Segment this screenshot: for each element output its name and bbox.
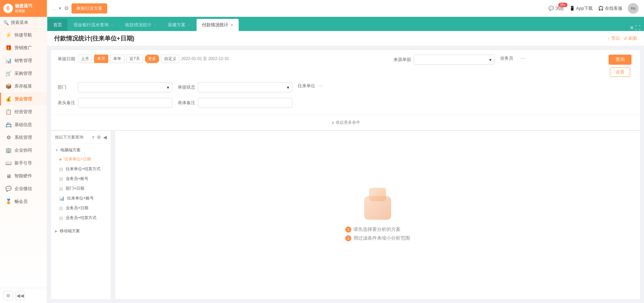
scheme-header-actions: + ⚙ ◀	[92, 134, 107, 140]
messages-button[interactable]: 💬 消息 99+	[549, 5, 564, 11]
date-btn-this-year[interactable]: 本年	[110, 55, 124, 63]
pc-group-arrow: ▼	[55, 148, 58, 152]
source-select[interactable]: ▾	[414, 55, 495, 65]
page-title: 付款情况统计(往来单位+日期)	[54, 34, 135, 42]
date-btn-7days[interactable]: 近7天	[126, 55, 143, 63]
tab-bank[interactable]: 现金银行流水查询 ✕	[68, 19, 119, 31]
scheme-item-partner-date[interactable]: ● 往来单位+日期	[51, 154, 111, 164]
settings-button[interactable]: ⚙	[3, 291, 13, 300]
scheme-item-dept-date[interactable]: ▤ 部门+日期	[51, 184, 111, 193]
user-avatar[interactable]: Rit	[628, 3, 639, 14]
messages-badge: 99+	[558, 3, 567, 7]
filter-row-1: 单据日期 上月 本月 本年 近7天 更多 自定义 2022-01-01 至 20…	[58, 55, 634, 77]
topbar-right: 💬 消息 99+ 📱 App下载 🎧 在线客服 Rit	[549, 3, 639, 14]
tab-payment[interactable]: 付款情况统计 ✕	[197, 19, 239, 31]
export-button[interactable]: ↑ 导出	[608, 35, 620, 41]
tabs-actions: ✕ ⛶	[626, 25, 644, 31]
tab-bank-close[interactable]: ✕	[111, 23, 114, 27]
tab-receipt-close[interactable]: ✕	[153, 23, 156, 27]
tab-new-scheme-close[interactable]: ✕	[187, 23, 191, 27]
date-btn-more[interactable]: 更多	[145, 55, 159, 63]
scheme-header-left: 按以下方案查询	[55, 134, 83, 140]
scheme-item-salesperson-settle[interactable]: ▤ 业务员+结算方式	[51, 213, 111, 223]
body-area: 按以下方案查询 + ⚙ ◀ ▼ 电脑端方案 ● 往来单位+日期	[51, 130, 641, 300]
scheme-item-icon-3: ▤	[59, 186, 63, 191]
online-service-button[interactable]: 🎧 在线客服	[598, 5, 622, 11]
sidebar-nav: ⚡ 快捷导航 🎁 营销推广 📊 销售管理 🛒 采购管理 📦 库存核算 💰 资金管…	[0, 29, 47, 288]
main-area: ... ▾ ⚙ 体验行业方案 💬 消息 99+ 📱 App下载 🎧 在线客服 R…	[47, 0, 644, 303]
tab-payment-close[interactable]: ✕	[230, 23, 233, 27]
refresh-button[interactable]: ↺ 刷新	[623, 35, 637, 41]
search-menu[interactable]: 🔍 搜索菜单	[0, 17, 47, 29]
dept-select[interactable]: ▾	[78, 82, 172, 92]
sidebar-item-guide[interactable]: 📖 新手引导	[0, 157, 47, 170]
status-select[interactable]: ▾	[198, 82, 292, 92]
sidebar-item-system[interactable]: ⚙ 系统管理	[0, 131, 47, 144]
date-btn-this-month[interactable]: 本月	[94, 55, 108, 63]
sidebar-item-operation[interactable]: 📋 经营管理	[0, 105, 47, 118]
scheme-mobile-group: ▶ 移动端方案	[51, 225, 111, 237]
sidebar-item-marketing[interactable]: 🎁 营销推广	[0, 41, 47, 54]
nav-icon-operation: 📋	[5, 109, 12, 115]
sidebar-item-sales[interactable]: 📊 销售管理	[0, 54, 47, 67]
filter-partner-item: 往来单位 ···	[298, 82, 399, 89]
sidebar-item-base[interactable]: 📇 基础信息	[0, 118, 47, 131]
filter-footer: ∧ 收起更多条件	[51, 115, 640, 130]
scheme-config-button[interactable]: ⚙	[97, 134, 101, 140]
sidebar-item-enterprise[interactable]: 🏢 企业协同	[0, 144, 47, 157]
nav-icon-guide: 📖	[5, 160, 12, 166]
scheme-item-salesperson-date[interactable]: ▤ 业务员+日期	[51, 203, 111, 213]
filter-status-item: 单据状态 ▾	[178, 82, 292, 92]
tab-home[interactable]: 首页	[48, 19, 67, 31]
filter-date-item: 单据日期 上月 本月 本年 近7天 更多 自定义 2022-01-01 至 20…	[58, 55, 388, 63]
filter-dept-item: 部门 ▾	[58, 82, 172, 92]
scheme-item-partner-account[interactable]: 📊 往来单位+账号	[51, 193, 111, 203]
scheme-add-button[interactable]: +	[92, 134, 95, 140]
scheme-panel: 按以下方案查询 + ⚙ ◀ ▼ 电脑端方案 ● 往来单位+日期	[51, 130, 111, 300]
nav-icon-system: ⚙	[5, 134, 12, 141]
scheme-item-partner-settle[interactable]: ▤ 往来单位+结算方式	[51, 164, 111, 174]
tabs-expand-icon[interactable]: ⛶	[635, 25, 641, 31]
scheme-mobile-group-title[interactable]: ▶ 移动端方案	[51, 227, 111, 235]
date-btn-last-month[interactable]: 上月	[78, 55, 92, 63]
query-button[interactable]: 查询	[609, 55, 632, 65]
nav-icon-purchase: 🛒	[5, 70, 12, 77]
nav-icon-quick: ⚡	[5, 32, 12, 38]
sidebar-item-member[interactable]: 🏅 畅会员	[0, 195, 47, 208]
status-label: 单据状态	[178, 84, 195, 90]
partner-dots-btn[interactable]: ···	[318, 82, 323, 89]
trial-button[interactable]: 体验行业方案	[71, 3, 107, 13]
topbar-settings-icon[interactable]: ⚙	[64, 5, 69, 11]
sidebar-collapse-button[interactable]: ◀◀	[16, 291, 25, 300]
sidebar-item-capital[interactable]: 💰 资金管理	[0, 93, 47, 105]
sidebar: 6 畅捷通巧 标准版 🔍 搜索菜单 ⚡ 快捷导航 🎁 营销推广 📊 销售管理 🛒…	[0, 0, 47, 303]
nav-icon-capital: 💰	[5, 96, 12, 102]
sidebar-item-quick-nav[interactable]: ⚡ 快捷导航	[0, 29, 47, 41]
sidebar-item-inventory[interactable]: 📦 库存核算	[0, 80, 47, 93]
date-label: 单据日期	[58, 56, 75, 62]
scheme-pc-group-title[interactable]: ▼ 电脑端方案	[51, 146, 111, 154]
dept-label: 部门	[58, 84, 75, 90]
page-header: 付款情况统计(往来单位+日期) ↑ 导出 ↺ 刷新	[47, 31, 644, 46]
salesperson-dots-btn[interactable]: ···	[520, 55, 525, 62]
partner-label: 往来单位	[298, 83, 315, 89]
table-header-note-input[interactable]	[78, 98, 172, 108]
collapse-conditions-button[interactable]: ∧ 收起更多条件	[331, 117, 360, 128]
sidebar-item-hardware[interactable]: 🖥 智能硬件	[0, 170, 47, 182]
table-header-note-label: 表头备注	[58, 100, 75, 106]
topbar-dropdown-icon[interactable]: ▾	[59, 6, 61, 11]
sidebar-item-purchase[interactable]: 🛒 采购管理	[0, 67, 47, 80]
scheme-panel-collapse-button[interactable]: ◀	[103, 134, 107, 140]
scheme-item-salesperson-account[interactable]: ▤ 业务员+账号	[51, 174, 111, 184]
main-content-area: 1 请先选择要分析的方案 2 用过滤条件来缩小分析范围	[115, 130, 641, 300]
app-download-button[interactable]: 📱 App下载	[569, 5, 593, 11]
phone-icon: 📱	[569, 6, 575, 11]
set-button[interactable]: 设置	[610, 67, 630, 77]
tab-receipt[interactable]: 收款情况统计 ✕	[120, 19, 162, 31]
tabs-close-all-icon[interactable]: ✕	[630, 25, 634, 31]
tab-new-scheme[interactable]: 新建方案 ✕	[163, 19, 196, 31]
sidebar-item-wechat[interactable]: 💬 企业微信	[0, 182, 47, 195]
date-btn-custom[interactable]: 自定义	[161, 55, 179, 63]
table-body-note-input[interactable]	[198, 98, 292, 108]
scheme-item-icon-1: ▤	[59, 166, 63, 172]
